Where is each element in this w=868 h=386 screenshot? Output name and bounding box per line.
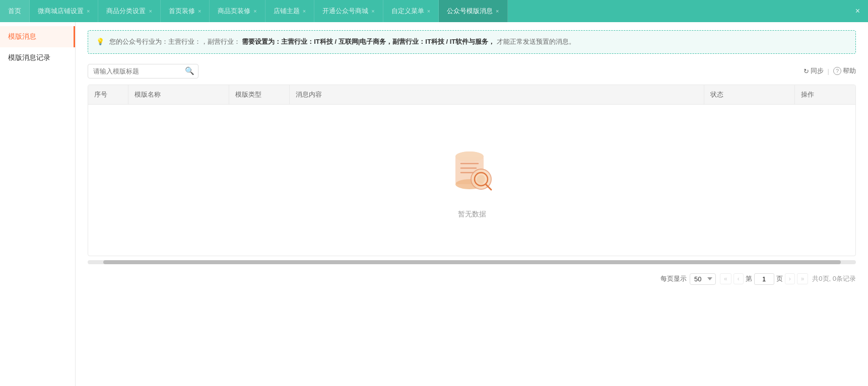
nav-tab-theme[interactable]: 店铺主题 ×	[265, 0, 314, 22]
nav-tab-label: 自定义菜单	[391, 7, 424, 16]
total-text: 共0页, 0条记录	[812, 274, 856, 283]
notice-suffix: 才能正常发送预置的消息。	[497, 38, 575, 45]
last-page-button[interactable]: »	[797, 273, 809, 284]
close-icon[interactable]: ×	[427, 8, 430, 14]
sidebar-item-template-log[interactable]: 模版消息记录	[0, 47, 75, 68]
nav-tab-label: 开通公众号商城	[322, 7, 368, 16]
top-nav: 首页 微商城店铺设置 × 商品分类设置 × 首页装修 × 商品页装修 × 店铺主…	[0, 0, 868, 22]
close-icon[interactable]: ×	[371, 8, 374, 14]
help-icon: ?	[833, 67, 841, 75]
search-button[interactable]: 🔍	[185, 66, 194, 75]
table-header: 序号 模版名称 模版类型 消息内容 状态 操作	[88, 85, 855, 105]
pagination: 每页显示 10 20 50 100 « ‹ 第 页 › » 共0页, 0条记录	[88, 268, 856, 290]
page-unit: 页	[776, 274, 783, 283]
sync-icon: ↻	[804, 67, 809, 75]
sync-button[interactable]: ↻ 同步	[804, 66, 824, 75]
notice-icon: 💡	[96, 38, 104, 45]
nav-tab-home[interactable]: 首页	[0, 0, 30, 22]
sidebar-item-label: 模版消息记录	[8, 53, 50, 61]
nav-tab-label: 店铺主题	[274, 7, 300, 16]
main-content: 💡 您的公众号行业为：主营行业：，副营行业： 需要设置为：主营行业：IT科技 /…	[76, 22, 868, 386]
nav-tab-homepage[interactable]: 首页装修 ×	[161, 0, 210, 22]
th-name: 模版名称	[128, 85, 229, 104]
th-action: 操作	[795, 85, 855, 104]
page-input[interactable]	[754, 273, 774, 285]
empty-text: 暂无数据	[458, 210, 486, 219]
page-size-label: 每页显示	[660, 274, 687, 283]
close-icon[interactable]: ×	[303, 8, 306, 14]
layout: 模版消息 模版消息记录 💡 您的公众号行业为：主营行业：，副营行业： 需要设置为…	[0, 22, 868, 386]
close-icon[interactable]: ×	[149, 8, 152, 14]
search-left: 🔍	[88, 64, 198, 79]
th-type: 模版类型	[229, 85, 290, 104]
close-icon[interactable]: ×	[253, 8, 256, 14]
page-size-wrap: 每页显示 10 20 50 100	[660, 273, 716, 285]
prev-page-button[interactable]: ‹	[733, 273, 744, 284]
th-content: 消息内容	[290, 85, 704, 104]
th-status: 状态	[704, 85, 795, 104]
scroll-area[interactable]	[88, 260, 856, 264]
sidebar: 模版消息 模版消息记录	[0, 22, 76, 386]
page-prefix: 第	[746, 274, 752, 283]
empty-state: 暂无数据	[442, 141, 502, 219]
notice-banner: 💡 您的公众号行业为：主营行业：，副营行业： 需要设置为：主营行业：IT科技 /…	[88, 30, 856, 54]
help-button[interactable]: ? 帮助	[833, 66, 856, 75]
table-body: 暂无数据	[88, 105, 855, 256]
close-icon[interactable]: ×	[87, 8, 90, 14]
scroll-thumb	[103, 260, 841, 264]
help-label: 帮助	[843, 66, 856, 75]
page-size-select[interactable]: 10 20 50 100	[690, 273, 716, 285]
search-icon: 🔍	[185, 66, 194, 75]
nav-tab-label: 商品分类设置	[106, 7, 146, 16]
table: 序号 模版名称 模版类型 消息内容 状态 操作	[88, 85, 856, 256]
search-bar: 🔍 ↻ 同步 | ? 帮助	[88, 64, 856, 79]
nav-tab-category[interactable]: 商品分类设置 ×	[98, 0, 160, 22]
first-page-button[interactable]: «	[720, 273, 731, 284]
nav-tab-template-msg[interactable]: 公众号模版消息 ×	[439, 0, 507, 22]
sidebar-item-template-msg[interactable]: 模版消息	[0, 26, 75, 47]
nav-tab-mall[interactable]: 开通公众号商城 ×	[314, 0, 383, 22]
search-input-wrap: 🔍	[88, 64, 198, 79]
nav-tab-product[interactable]: 商品页装修 ×	[210, 0, 265, 22]
sync-label: 同步	[811, 66, 824, 75]
close-icon[interactable]: ×	[198, 8, 201, 14]
search-input[interactable]	[88, 64, 198, 79]
nav-tab-label: 商品页装修	[218, 7, 250, 16]
nav-tab-custom-menu[interactable]: 自定义菜单 ×	[383, 0, 439, 22]
divider: |	[828, 67, 829, 75]
svg-point-3	[455, 151, 484, 162]
close-icon[interactable]: ×	[496, 8, 499, 14]
next-page-button[interactable]: ›	[785, 273, 795, 284]
notice-prefix: 您的公众号行业为：主营行业：，副营行业：	[109, 38, 240, 45]
notice-highlight: 需要设置为：主营行业：IT科技 / 互联网|电子商务，副营行业：IT科技 / I…	[242, 38, 495, 45]
nav-tab-label: 微商城店铺设置	[38, 7, 84, 16]
empty-illustration	[442, 141, 502, 202]
search-right: ↻ 同步 | ? 帮助	[804, 66, 856, 75]
close-all-button[interactable]: ×	[847, 7, 868, 16]
pagination-controls: « ‹ 第 页 › »	[720, 273, 808, 285]
th-index: 序号	[88, 85, 128, 104]
svg-point-10	[477, 175, 485, 183]
nav-tab-wsc[interactable]: 微商城店铺设置 ×	[30, 0, 98, 22]
nav-tab-label: 公众号模版消息	[447, 7, 493, 16]
nav-tab-label: 首页装修	[169, 7, 195, 16]
sidebar-item-label: 模版消息	[8, 32, 36, 40]
nav-tab-label: 首页	[8, 7, 21, 16]
